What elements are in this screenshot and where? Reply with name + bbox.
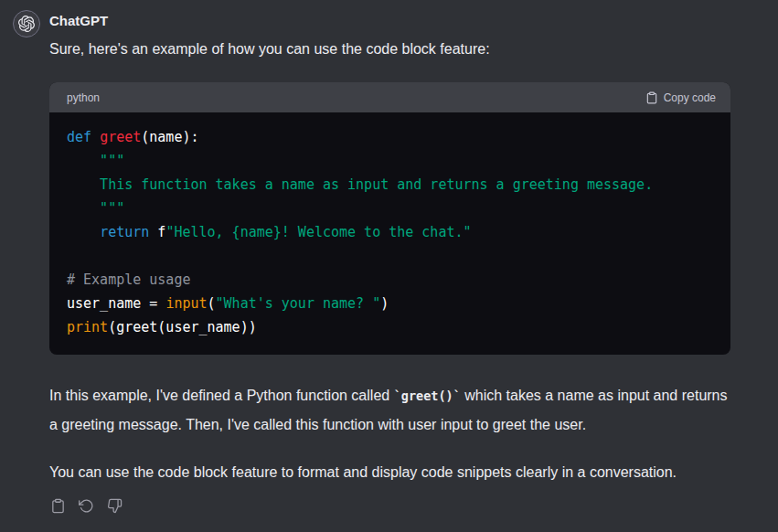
- paragraph-text: In this example, I've defined a Python f…: [49, 388, 394, 403]
- message-intro: Sure, here's an example of how you can u…: [49, 38, 730, 60]
- sender-name: ChatGPT: [49, 12, 730, 30]
- code-language-label: python: [67, 91, 100, 104]
- code-line: return f"Hello, {name}! Welcome to the c…: [67, 220, 714, 244]
- message-paragraph-1: In this example, I've defined a Python f…: [49, 381, 730, 439]
- clipboard-icon: [50, 498, 66, 514]
- code-line: user_name = input("What's your name? "): [67, 292, 714, 315]
- regenerate-icon: [79, 498, 94, 514]
- assistant-message: ChatGPT Sure, here's an example of how y…: [0, 0, 778, 514]
- message-content: ChatGPT Sure, here's an example of how y…: [49, 9, 730, 514]
- code-line: """: [67, 197, 714, 220]
- openai-logo-icon: [18, 16, 35, 32]
- clipboard-icon: [645, 91, 658, 104]
- code-block-header: python Copy code: [49, 82, 730, 112]
- code-line: """: [67, 149, 714, 173]
- thumbs-down-icon: [107, 498, 123, 514]
- code-line: This function takes a name as input and …: [67, 173, 714, 197]
- chatgpt-avatar: [13, 10, 40, 37]
- message-paragraph-2: You can use the code block feature to fo…: [49, 458, 730, 486]
- regenerate-button[interactable]: [79, 498, 94, 514]
- code-line: print(greet(user_name)): [67, 315, 714, 339]
- copy-message-button[interactable]: [50, 498, 66, 514]
- code-line: def greet(name):: [67, 125, 714, 149]
- code-block: python Copy code def greet(name): """ Th…: [49, 82, 730, 355]
- code-line: # Example usage: [67, 268, 714, 292]
- message-actions-bar: [49, 498, 730, 514]
- thumbs-down-button[interactable]: [107, 498, 123, 514]
- code-content: def greet(name): """ This function takes…: [49, 112, 730, 355]
- code-line: [67, 244, 714, 268]
- copy-code-label: Copy code: [664, 91, 716, 104]
- copy-code-button[interactable]: Copy code: [645, 91, 716, 104]
- inline-code-greet: `greet()`: [394, 388, 461, 403]
